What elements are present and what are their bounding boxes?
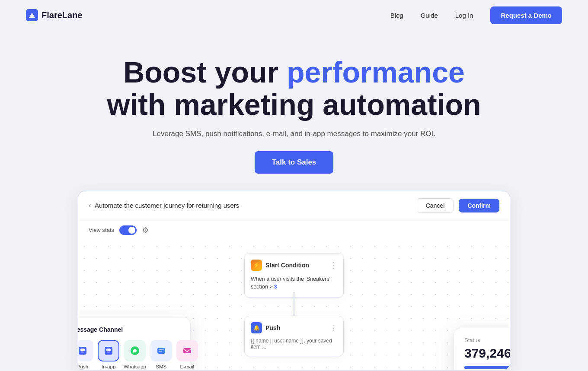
hero-headline-part2: with marketing automation xyxy=(107,88,481,121)
condition-body: When a user visits the 'Sneakers' sectio… xyxy=(251,275,337,292)
channel-sms-icon xyxy=(150,340,172,361)
app-card-toolbar: View stats ⚙ xyxy=(78,220,510,240)
channel-push-label: Push xyxy=(78,364,88,369)
channel-sms-label: SMS xyxy=(156,364,166,369)
condition-menu-icon[interactable]: ⋮ xyxy=(329,260,337,270)
push-card: 🔔 Push ⋮ {{ name || user name }}, your s… xyxy=(244,316,344,356)
channel-inapp-icon xyxy=(98,340,119,361)
back-chevron-icon[interactable]: ‹ xyxy=(89,201,91,210)
condition-body-text: When a user visits the 'Sneakers' sectio… xyxy=(251,276,330,290)
nav-link-guide[interactable]: Guide xyxy=(421,12,438,19)
app-card: ‹ Automate the customer journey for retu… xyxy=(78,191,510,370)
push-title: 🔔 Push xyxy=(251,322,280,333)
condition-card-header: ⚡ Start Condition ⋮ xyxy=(251,260,337,271)
nav-link-blog[interactable]: Blog xyxy=(390,12,403,19)
status-label-text: Status xyxy=(464,337,510,343)
channel-item-whatsapp[interactable]: Whatsapp xyxy=(124,340,146,369)
confirm-button[interactable]: Confirm xyxy=(459,199,499,212)
condition-title: ⚡ Start Condition xyxy=(251,260,309,271)
svg-rect-2 xyxy=(80,349,85,351)
svg-rect-3 xyxy=(81,352,84,352)
logo-text: FlareLane xyxy=(42,10,82,20)
hero-headline-part1: Boost your xyxy=(123,56,287,89)
start-condition-card: ⚡ Start Condition ⋮ When a user visits t… xyxy=(244,253,344,298)
channel-email-icon xyxy=(176,340,198,361)
nav-links: Blog Guide Log In Request a Demo xyxy=(390,6,562,24)
push-card-header: 🔔 Push ⋮ xyxy=(251,322,337,333)
channel-inapp-label: In-app xyxy=(102,364,116,369)
request-demo-button[interactable]: Request a Demo xyxy=(490,6,562,24)
channel-email-label: E-mail xyxy=(180,364,194,369)
condition-icon: ⚡ xyxy=(251,260,262,271)
push-menu-icon[interactable]: ⋮ xyxy=(329,323,337,333)
app-card-header-left: ‹ Automate the customer journey for retu… xyxy=(89,201,239,210)
nav-link-login[interactable]: Log In xyxy=(455,12,473,19)
channel-item-sms[interactable]: SMS xyxy=(150,340,172,369)
talk-to-sales-button[interactable]: Talk to Sales xyxy=(255,151,334,174)
flow-connector xyxy=(294,292,294,318)
channel-whatsapp-icon xyxy=(124,340,146,361)
svg-rect-5 xyxy=(106,349,111,351)
push-title-text: Push xyxy=(265,324,280,331)
hero-section: Boost your performance with marketing au… xyxy=(0,30,588,191)
logo: FlareLane xyxy=(26,9,82,21)
svg-rect-8 xyxy=(157,348,165,354)
channel-options: Push In-app Whatsapp xyxy=(78,340,180,369)
hero-headline-highlight: performance xyxy=(287,56,465,89)
status-bar-blue xyxy=(464,366,510,369)
view-stats-toggle[interactable] xyxy=(119,225,137,235)
channel-push-icon xyxy=(78,340,93,361)
app-card-content: ⚡ Start Condition ⋮ When a user visits t… xyxy=(78,240,510,370)
push-icon: 🔔 xyxy=(251,322,262,333)
hero-headline: Boost your performance with marketing au… xyxy=(9,56,579,121)
condition-title-text: Start Condition xyxy=(265,262,309,269)
push-body: {{ name || user name }}, your saved item… xyxy=(251,338,337,350)
cancel-button[interactable]: Cancel xyxy=(417,198,454,213)
gear-icon[interactable]: ⚙ xyxy=(142,225,149,235)
message-channel-title: Message Channel xyxy=(78,326,180,333)
app-card-header-right: Cancel Confirm xyxy=(417,198,499,213)
condition-highlight-num: 3 xyxy=(274,284,277,290)
view-stats-label: View stats xyxy=(89,227,114,233)
channel-item-push[interactable]: Push xyxy=(78,340,93,369)
status-number-row: 379,246 +14,312 xyxy=(464,346,510,361)
app-card-title: Automate the customer journey for return… xyxy=(95,202,239,209)
channel-item-email[interactable]: E-mail xyxy=(176,340,198,369)
logo-icon xyxy=(26,9,38,21)
svg-rect-6 xyxy=(107,352,110,352)
message-channel-card: Message Channel Push In-app xyxy=(78,317,191,370)
status-number: 379,246 xyxy=(464,346,510,361)
status-bar xyxy=(464,366,510,369)
channel-item-inapp[interactable]: In-app xyxy=(98,340,119,369)
channel-whatsapp-label: Whatsapp xyxy=(124,364,146,369)
status-card: Status 379,246 +14,312 xyxy=(454,328,510,370)
svg-rect-9 xyxy=(183,348,191,353)
navbar: FlareLane Blog Guide Log In Request a De… xyxy=(0,0,588,30)
hero-subtitle: Leverage SMS, push notifications, e-mail… xyxy=(9,130,579,138)
app-card-header: ‹ Automate the customer journey for retu… xyxy=(78,191,510,220)
